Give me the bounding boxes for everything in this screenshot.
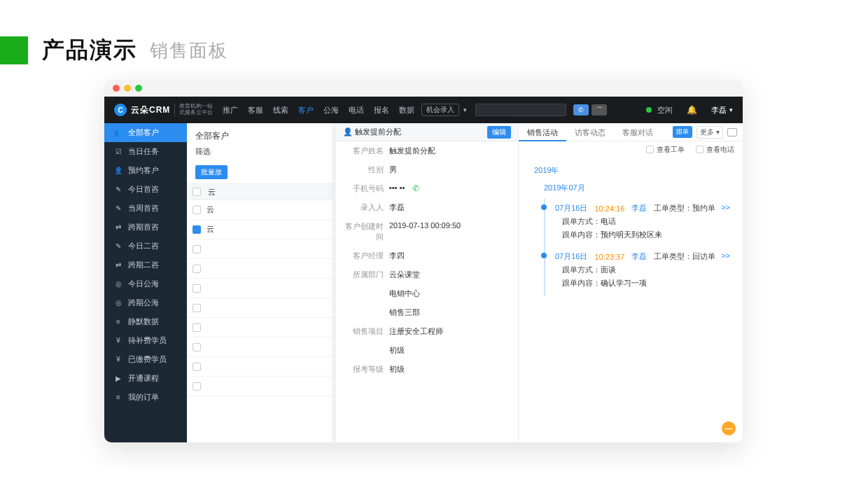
sidebar-icon: ✎ (114, 204, 122, 212)
call-controls: ✆ ⌒ (573, 104, 607, 115)
sidebar-label: 已缴费学员 (128, 354, 167, 365)
window-chrome (104, 80, 743, 97)
sidebar-item[interactable]: ⇄跨期二咨 (104, 255, 187, 274)
sidebar-item[interactable]: ≡我的订单 (104, 388, 187, 407)
tl-user[interactable]: 李磊 (631, 251, 647, 262)
id-card-icon[interactable] (727, 128, 737, 136)
tl-time: 10:23:37 (594, 253, 624, 261)
list-row[interactable] (187, 357, 333, 377)
more-button[interactable]: 更多 ▾ (696, 126, 723, 139)
nav-item[interactable]: 客户 (298, 105, 314, 115)
sidebar-item[interactable]: 👥全部客户 (104, 123, 187, 142)
sidebar-item[interactable]: 👤预约客户 (104, 161, 187, 180)
sidebar-icon: ⇄ (114, 261, 122, 269)
nav-item[interactable]: 公海 (323, 105, 339, 115)
topbar: C 云朵CRM 教育机构一站 式服务云平台 推广客服线索客户公海电话报名数据 机… (104, 97, 743, 123)
list-header: 云 (187, 183, 333, 200)
batch-release-button[interactable]: 批量放 (195, 165, 227, 179)
sidebar-item[interactable]: ✎今日首咨 (104, 180, 187, 199)
tab[interactable]: 销售活动 (519, 123, 566, 141)
bell-icon[interactable]: 🔔 (687, 105, 697, 115)
row-checkbox[interactable] (192, 265, 201, 273)
row-checkbox[interactable] (192, 284, 201, 293)
zoom-dot[interactable] (135, 85, 142, 92)
sidebar-icon: ▶ (114, 374, 122, 382)
accent-block (0, 36, 28, 64)
sidebar-item[interactable]: ⇄跨期首咨 (104, 218, 187, 237)
field-value: 触发提前分配 (389, 146, 435, 156)
fab-button[interactable]: — (722, 421, 736, 435)
sidebar-icon: 👥 (114, 129, 122, 136)
sidebar-label: 我的订单 (128, 392, 159, 402)
row-checkbox[interactable] (192, 382, 201, 391)
view-ticket-toggle[interactable]: 查看工单 (646, 145, 685, 155)
hangup-icon[interactable]: ⌒ (592, 104, 607, 115)
logo[interactable]: C 云朵CRM 教育机构一站 式服务云平台 (114, 104, 213, 116)
edit-button[interactable]: 编辑 (487, 126, 511, 139)
tab[interactable]: 访客动态 (566, 123, 614, 141)
sidebar-label: 开通课程 (128, 373, 159, 384)
sidebar-item[interactable]: ¥已缴费学员 (104, 350, 187, 369)
field-value: 李四 (389, 251, 405, 261)
row-checkbox[interactable] (192, 206, 201, 214)
opportunity-button[interactable]: 机会录入 (421, 104, 459, 116)
field-value: 销售三部 (389, 307, 420, 318)
nav-item[interactable]: 推广 (223, 105, 238, 115)
list-row[interactable] (187, 377, 333, 396)
list-row[interactable] (187, 337, 333, 357)
list-row[interactable]: 云 (187, 220, 333, 239)
expand-button[interactable]: >> (721, 251, 730, 260)
checkbox-all[interactable] (192, 188, 201, 196)
sidebar-item[interactable]: ☑当日任务 (104, 142, 187, 161)
sidebar-item[interactable]: ▶开通课程 (104, 369, 187, 388)
tl-user[interactable]: 李磊 (631, 203, 647, 214)
nav-item[interactable]: 电话 (349, 105, 364, 115)
sidebar-item[interactable]: ◎跨期公海 (104, 293, 187, 312)
phone-icon[interactable]: ✆ (412, 183, 419, 194)
phone-icon[interactable]: ✆ (573, 104, 589, 115)
sidebar-item[interactable]: ✎今日二咨 (104, 237, 187, 255)
logo-text: 云朵CRM (131, 104, 170, 116)
nav-item[interactable]: 客服 (248, 105, 263, 115)
close-dot[interactable] (113, 85, 120, 92)
sidebar-item[interactable]: ✎当周首咨 (104, 199, 187, 218)
status-label[interactable]: 空闲 (657, 105, 673, 115)
list-row[interactable]: 云 (187, 200, 333, 220)
app-window: C 云朵CRM 教育机构一站 式服务云平台 推广客服线索客户公海电话报名数据 机… (104, 80, 743, 442)
sidebar-item[interactable]: ¥待补费学员 (104, 331, 187, 350)
follow-button[interactable]: 跟单 (673, 126, 692, 138)
nav-item[interactable]: 数据 (399, 105, 414, 115)
sidebar-icon: ≡ (114, 393, 122, 401)
sidebar-item[interactable]: ≡静默数据 (104, 312, 187, 331)
list-row[interactable] (187, 259, 333, 279)
nav-item[interactable]: 报名 (374, 105, 389, 115)
row-checkbox[interactable] (192, 363, 201, 371)
field-value: 注册安全工程师 (389, 326, 443, 337)
sidebar-label: 今日首咨 (128, 184, 159, 195)
row-checkbox[interactable] (192, 225, 201, 234)
list-row[interactable] (187, 239, 333, 259)
row-checkbox[interactable] (192, 343, 201, 351)
sidebar-item[interactable]: ◎今日公海 (104, 274, 187, 293)
view-phone-toggle[interactable]: 查看电话 (696, 145, 734, 155)
sidebar-label: 当周首咨 (128, 203, 159, 214)
list-title: 全部客户 (187, 123, 333, 146)
row-checkbox[interactable] (192, 323, 201, 332)
list-row[interactable] (187, 279, 333, 298)
timeline-dot-icon (541, 204, 547, 210)
minimize-dot[interactable] (124, 85, 131, 92)
nav-item[interactable]: 线索 (273, 105, 288, 115)
filter-label[interactable]: 筛选 (187, 146, 333, 162)
field-value: 初级 (389, 364, 405, 374)
field-value: 初级 (389, 345, 405, 356)
user-menu[interactable]: 李磊 ▾ (711, 105, 733, 115)
field-label (343, 288, 389, 299)
list-row[interactable] (187, 298, 333, 318)
tab[interactable]: 客服对话 (614, 123, 662, 141)
list-row[interactable] (187, 318, 333, 337)
chevron-down-icon[interactable]: ▾ (463, 106, 467, 113)
row-checkbox[interactable] (192, 304, 201, 312)
expand-button[interactable]: >> (721, 203, 730, 211)
search-input[interactable] (475, 104, 566, 116)
row-checkbox[interactable] (192, 245, 201, 253)
